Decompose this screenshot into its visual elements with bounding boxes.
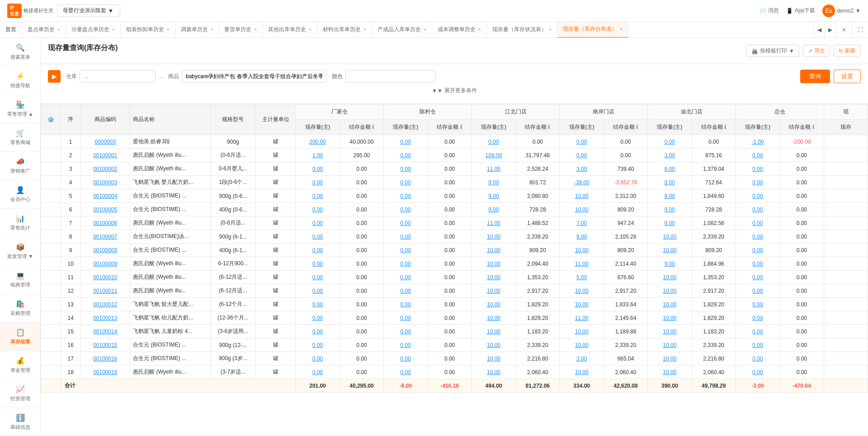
- sidebar-item-basic[interactable]: ℹ️ 基础信息: [0, 408, 40, 436]
- tab-yaohuo[interactable]: 要货单历史 ×: [219, 22, 263, 38]
- td-name: 合生元 (BIOSTIME) ...: [130, 244, 211, 257]
- tab-diaabo[interactable]: 调拨单历史 ×: [175, 22, 219, 38]
- td-c1-amt: 0.00: [340, 176, 383, 189]
- user-menu[interactable]: Ea demo2 ▼: [822, 5, 861, 17]
- td-spec: 1段(0-6个...: [211, 176, 255, 189]
- close-icon[interactable]: ×: [478, 27, 481, 32]
- td-c4-amt: 2,312.00: [604, 189, 647, 203]
- td-t-qty: 0.00: [736, 149, 779, 162]
- close-icon[interactable]: ×: [57, 27, 60, 32]
- tab-zuchai[interactable]: 组装拆卸单历史 ×: [121, 22, 175, 38]
- td-c1-amt: 0.00: [340, 366, 383, 379]
- refresh-btn[interactable]: ↻ 刷新: [834, 45, 861, 57]
- goods-input[interactable]: [182, 70, 326, 83]
- td-c3-amt: 2,094.40: [516, 257, 560, 271]
- sidebar-item-wholesale[interactable]: 📦 批发管理 ▼: [0, 237, 40, 266]
- close-icon[interactable]: ×: [112, 27, 115, 32]
- td-c2-qty: 0.00: [384, 311, 428, 325]
- td-c3-qty: 10.00: [472, 244, 515, 257]
- sidebar-item-business[interactable]: 📈 经营管理: [0, 380, 40, 408]
- sidebar-item-finance[interactable]: 💰 资金管理: [0, 351, 40, 380]
- sidebar-item-marketing[interactable]: 📣 营销推广: [0, 152, 40, 180]
- th-c1-qty: 现存量(主): [296, 120, 340, 135]
- td-c2-amt: 0.00: [428, 366, 472, 379]
- td-spec: 900g: [211, 135, 255, 149]
- td-name: 惠氏启醒 (Wyeth illu...: [130, 271, 211, 284]
- tab-xiancun-status[interactable]: 现存量（库存状况表） ×: [487, 22, 558, 38]
- close-icon[interactable]: ×: [254, 27, 257, 32]
- nav-close-all-btn[interactable]: ×: [835, 22, 852, 38]
- td-cur: [824, 352, 868, 366]
- td-c4-amt: 2,339.20: [604, 338, 647, 352]
- td-c1-qty: 0.00: [296, 325, 340, 338]
- sidebar-item-purchase[interactable]: 🛍️ 采购管理: [0, 294, 40, 323]
- tab-cailiao[interactable]: 材料出库单历史 ×: [317, 22, 372, 38]
- print-btn[interactable]: 🖨️ 按模板打印 ▼: [746, 45, 799, 57]
- tab-fenpan[interactable]: 分量盘点单历史 ×: [66, 22, 121, 38]
- td-c1-qty: 0.00: [296, 311, 340, 325]
- td-c2-amt: 0.00: [428, 135, 472, 149]
- phone-icon: 📱: [786, 8, 793, 14]
- td-name: 惠氏启醒 (Wyeth illu...: [130, 284, 211, 298]
- td-c3-amt: 31,797.48: [516, 149, 560, 162]
- sidebar-item-retail[interactable]: 🏪 零售管理 ▲: [0, 95, 40, 123]
- store-icon: 🏪: [16, 100, 25, 109]
- nav-prev-btn[interactable]: ◀: [814, 22, 825, 38]
- tab-xiancun-dist[interactable]: 现存量（库存分布表） ×: [557, 22, 628, 38]
- sidebar-item-members[interactable]: 👤 会员中心: [0, 180, 40, 209]
- tab-chengben[interactable]: 成本调整单历史 ×: [432, 22, 487, 38]
- tab-chengpin[interactable]: 产成品入库单历史 ×: [372, 22, 432, 38]
- sidebar-item-quicknav[interactable]: ⚡ 快捷导航: [0, 66, 40, 95]
- td-c5-qty: 0.00: [648, 135, 692, 149]
- td-code: 00100016: [80, 352, 130, 366]
- td-spec: 400g (6-1...: [211, 244, 255, 257]
- industry-select[interactable]: 母婴行业演示陈套 ▼: [57, 5, 120, 17]
- tab-pandian[interactable]: 盘点单历史 ×: [22, 22, 66, 38]
- sidebar-item-search[interactable]: 🔍 搜索英单: [0, 38, 40, 66]
- filter-row-expand: ▼▼ 展开更多条件: [48, 87, 861, 94]
- th-t-amt: 结存金额 ℹ: [780, 120, 824, 135]
- filter-toggle-btn[interactable]: ▶: [48, 70, 61, 83]
- td-c5-qty: 10.00: [648, 284, 692, 298]
- sidebar-item-mall[interactable]: 🛒 零售商城: [0, 123, 40, 152]
- close-icon[interactable]: ×: [549, 27, 552, 32]
- tab-qitachu[interactable]: 其他出库单历史 ×: [263, 22, 317, 38]
- close-icon[interactable]: ×: [363, 27, 366, 32]
- sidebar-item-ecommerce[interactable]: 💻 电商管理: [0, 266, 40, 294]
- tot-c3-amt: 81,272.06: [516, 379, 560, 393]
- th-num: 序: [61, 104, 80, 135]
- td-c3-qty: 10.00: [472, 271, 515, 284]
- close-icon[interactable]: ×: [309, 27, 311, 32]
- cart-icon: 🛒: [16, 129, 25, 137]
- td-c3-amt: 2,339.20: [516, 338, 560, 352]
- td-c5-amt: 0.00: [692, 135, 736, 149]
- td-t-qty: 0.00: [736, 298, 779, 311]
- close-icon[interactable]: ×: [167, 27, 170, 32]
- sidebar-item-inventory[interactable]: 📋 库存核算: [0, 323, 40, 351]
- color-input[interactable]: [345, 70, 436, 83]
- warehouse-input[interactable]: [80, 70, 156, 83]
- nav-next-btn[interactable]: ▶: [825, 22, 835, 38]
- close-icon[interactable]: ×: [211, 27, 213, 32]
- app-download-btn[interactable]: 📱 App下载: [786, 7, 815, 14]
- close-icon[interactable]: ×: [424, 27, 426, 32]
- setting-btn[interactable]: 设置: [834, 70, 861, 83]
- filter-row-1: ▶ 仓库 ... 商品 颜色 查询 设置: [48, 70, 861, 83]
- td-unit: 罐: [255, 298, 296, 311]
- nav-expand-btn[interactable]: ⛶: [852, 22, 868, 38]
- td-c1-qty: 0.00: [296, 189, 340, 203]
- close-icon[interactable]: ×: [620, 27, 623, 32]
- expand-more-btn[interactable]: ▼▼ 展开更多条件: [432, 87, 477, 94]
- td-num: 13: [61, 298, 80, 311]
- td-c1-qty: 0.00: [296, 284, 340, 298]
- td-t-amt: 0.00: [780, 203, 824, 216]
- sidebar-item-retail-stats[interactable]: 📊 零售统计: [0, 209, 40, 237]
- td-t-amt: 0.00: [780, 352, 824, 366]
- search-btn[interactable]: 查询: [800, 70, 830, 83]
- messages-btn[interactable]: ✉️ 消息: [760, 7, 779, 14]
- warehouse-select-btn[interactable]: ...: [158, 73, 163, 80]
- total-row: 合计 201.00 40,295.00 -8.00 -416.16 494.00…: [41, 379, 868, 393]
- td-c4-qty: 11.00: [560, 311, 604, 325]
- export-btn[interactable]: ↗ 导出: [803, 45, 830, 57]
- tab-home[interactable]: 首页: [0, 22, 22, 38]
